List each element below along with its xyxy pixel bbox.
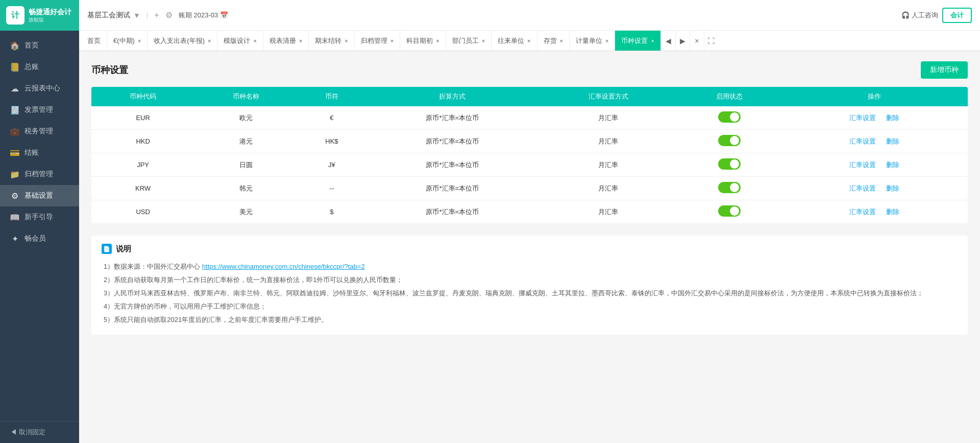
sidebar-item-reports-label: 云报表中心 — [24, 84, 60, 93]
tab-mid-close[interactable]: × — [138, 38, 141, 44]
sidebar-item-settlement[interactable]: 💳 结账 — [0, 142, 79, 164]
col-name: 币种名称 — [194, 87, 298, 106]
sidebar-item-guide[interactable]: 📖 新手引导 — [0, 206, 79, 228]
delete-1[interactable]: 删除 — [886, 137, 899, 145]
sidebar-item-tax[interactable]: 💼 税务管理 — [0, 121, 79, 142]
toggle-0[interactable] — [718, 111, 741, 123]
cell-code-2: JPY — [91, 153, 194, 177]
toggle-1[interactable] — [718, 135, 741, 146]
tab-period-end-label: 期末结转 — [315, 36, 341, 45]
toggle-4[interactable] — [718, 205, 741, 217]
sidebar-item-home[interactable]: 🏠 首页 — [0, 35, 79, 56]
settings-icon[interactable]: ⚙ — [165, 10, 173, 20]
cell-symbol-4: $ — [298, 200, 365, 224]
logo-text: 畅捷通好会计 — [29, 7, 71, 16]
cell-rate-type-0: 月汇率 — [539, 106, 677, 130]
org-selector[interactable]: 基层工会测试 ▼ — [87, 11, 140, 20]
tab-partner-label: 往来单位 — [498, 36, 524, 45]
sidebar-item-tax-label: 税务管理 — [24, 127, 53, 136]
toggle-3[interactable] — [718, 182, 741, 193]
sidebar-item-member[interactable]: ✦ 畅会员 — [0, 228, 79, 249]
add-org-btn[interactable]: + — [154, 11, 159, 20]
tab-template[interactable]: 模版设计 × — [217, 31, 263, 51]
sidebar-item-invoice[interactable]: 🧾 发票管理 — [0, 99, 79, 121]
tabs-bar: 首页 €(中期) × 收入支出表(年报) × 模版设计 × 税表清册 × 期末结… — [79, 31, 980, 51]
tab-unit[interactable]: 计量单位 × — [570, 31, 615, 51]
delete-0[interactable]: 删除 — [886, 114, 899, 122]
tab-tax-close[interactable]: × — [299, 38, 302, 44]
tab-nav-next[interactable]: ▶ — [675, 31, 690, 51]
rate-setting-3[interactable]: 汇率设置 — [849, 184, 876, 192]
tab-partner-close[interactable]: × — [527, 38, 530, 44]
tab-fullscreen[interactable]: ⛶ — [704, 31, 718, 51]
tab-currency-close[interactable]: × — [651, 38, 654, 44]
rate-setting-0[interactable]: 汇率设置 — [849, 114, 876, 122]
tab-dept[interactable]: 部门员工 × — [446, 31, 492, 51]
sidebar-item-ledger[interactable]: 📒 总账 — [0, 56, 79, 78]
cell-status-1 — [678, 130, 781, 153]
tab-subject[interactable]: 科目期初 × — [400, 31, 446, 51]
tab-archive-label: 归档管理 — [361, 36, 387, 45]
delete-3[interactable]: 删除 — [886, 184, 899, 192]
cell-status-2 — [678, 153, 781, 177]
new-currency-button[interactable]: 新增币种 — [921, 61, 968, 79]
tab-template-close[interactable]: × — [253, 38, 256, 44]
consult-label: 人工咨询 — [912, 11, 938, 20]
note-item-1: 2）系统自动获取每月第一个工作日的汇率标价，统一为直接标价法，即1外币可以兑换的… — [102, 273, 958, 287]
tab-income-close[interactable]: × — [208, 38, 211, 44]
delete-4[interactable]: 删除 — [886, 208, 899, 216]
sidebar-item-invoice-label: 发票管理 — [24, 105, 53, 114]
sidebar-item-guide-label: 新手引导 — [24, 213, 53, 222]
tab-inventory-close[interactable]: × — [560, 38, 563, 44]
tab-dept-close[interactable]: × — [482, 38, 485, 44]
tab-close-all[interactable]: × — [690, 31, 704, 51]
tab-income[interactable]: 收入支出表(年报) × — [148, 31, 217, 51]
tab-subject-label: 科目期初 — [406, 36, 433, 45]
rate-setting-2[interactable]: 汇率设置 — [849, 161, 876, 169]
sidebar-item-basic[interactable]: ⚙ 基础设置 — [0, 185, 79, 206]
tab-nav-prev[interactable]: ◀ — [661, 31, 675, 51]
cell-symbol-0: € — [298, 106, 365, 130]
sidebar-item-reports[interactable]: ☁ 云报表中心 — [0, 78, 79, 99]
note-item-3: 4）无官方牌价的币种，可以用用户手工维护汇率信息； — [102, 300, 958, 313]
cell-action-3: 汇率设置 删除 — [781, 177, 968, 200]
tab-archive-close[interactable]: × — [390, 38, 394, 44]
note-item-0: 1）数据来源：中国外汇交易中心 https://www.chinamoney.c… — [102, 260, 958, 273]
sidebar-item-settlement-label: 结账 — [24, 148, 39, 157]
consult-button[interactable]: 🎧 人工咨询 — [901, 11, 938, 20]
cell-calc-4: 原币*汇率=本位币 — [365, 200, 539, 224]
tab-home[interactable]: 首页 — [81, 31, 107, 51]
page-header: 币种设置 新增币种 — [91, 61, 968, 79]
note-item-2: 3）人民币对马来西亚林吉特、俄罗斯卢布、南非兰特、韩元、阿联酋迪拉姆、沙特里亚尔… — [102, 287, 958, 300]
tab-inventory[interactable]: 存货 × — [537, 31, 570, 51]
tab-archive[interactable]: 归档管理 × — [355, 31, 400, 51]
cell-status-4 — [678, 200, 781, 224]
rate-setting-4[interactable]: 汇率设置 — [849, 208, 876, 216]
cell-name-1: 港元 — [194, 130, 298, 153]
cell-symbol-2: J¥ — [298, 153, 365, 177]
tab-partner[interactable]: 往来单位 × — [492, 31, 537, 51]
tab-period-end-close[interactable]: × — [345, 38, 348, 44]
tab-mid[interactable]: €(中期) × — [107, 31, 148, 51]
toggle-2[interactable] — [718, 158, 741, 170]
cell-rate-type-3: 月汇率 — [539, 177, 677, 200]
sidebar-pin-toggle[interactable]: ◀ 取消固定 — [0, 421, 79, 443]
top-header: 基层工会测试 ▼ | + ⚙ 账期 2023-03 📅 🎧 人工咨询 会计 — [79, 0, 980, 31]
cell-calc-0: 原币*汇率=本位币 — [365, 106, 539, 130]
headset-icon: 🎧 — [901, 11, 910, 19]
delete-2[interactable]: 删除 — [886, 161, 899, 169]
tab-tax[interactable]: 税表清册 × — [263, 31, 309, 51]
col-rate-type: 汇率设置方式 — [539, 87, 677, 106]
sidebar-item-archive[interactable]: 📁 归档管理 — [0, 164, 79, 185]
calendar-icon[interactable]: 📅 — [220, 11, 228, 19]
notes-link[interactable]: https://www.chinamoney.com.cn/chinese/bk… — [202, 263, 365, 270]
tab-subject-close[interactable]: × — [436, 38, 439, 44]
tab-unit-close[interactable]: × — [605, 38, 608, 44]
account-button[interactable]: 会计 — [942, 8, 972, 23]
tab-template-label: 模版设计 — [224, 36, 250, 45]
cell-name-2: 日圆 — [194, 153, 298, 177]
tab-currency[interactable]: 币种设置 × — [615, 31, 660, 51]
tab-period-end[interactable]: 期末结转 × — [309, 31, 354, 51]
tab-income-label: 收入支出表(年报) — [154, 36, 205, 45]
rate-setting-1[interactable]: 汇率设置 — [849, 137, 876, 145]
